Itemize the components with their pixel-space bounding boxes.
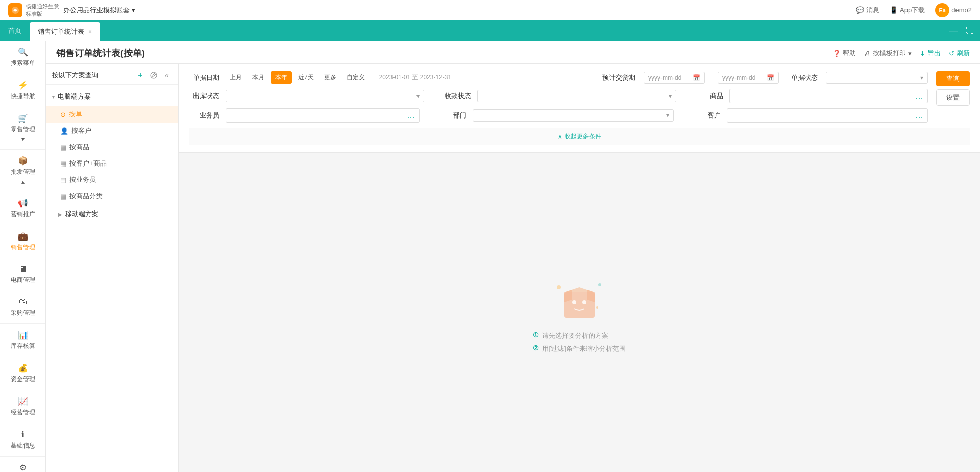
tree-item-by-product-category[interactable]: ▦ 按商品分类 xyxy=(46,188,178,204)
tab-bar: 首页 销售订单统计表 × — ⛶ xyxy=(0,20,980,41)
doc-status-dropdown-icon: ▾ xyxy=(920,74,923,81)
user-menu[interactable]: Ea demo2 xyxy=(935,3,972,17)
collapse-panel-button[interactable]: « xyxy=(162,70,172,80)
tab-minimize-button[interactable]: — xyxy=(947,25,960,37)
logo-text: 畅捷通好生意 标准版 xyxy=(26,3,59,17)
search-icon: 🔍 xyxy=(18,47,28,57)
customer-input[interactable]: … xyxy=(727,108,928,123)
tree-item-by-product[interactable]: ▦ 按商品 xyxy=(46,139,178,155)
period-btn-this-year[interactable]: 本年 xyxy=(271,71,292,84)
tree-item-by-customer-product[interactable]: ▦ 按客户+商品 xyxy=(46,155,178,172)
wholesale-icon: 📦 xyxy=(18,156,28,166)
period-btn-more[interactable]: 更多 xyxy=(320,72,340,83)
svg-point-3 xyxy=(572,300,576,304)
app-download-icon: 📱 xyxy=(890,6,898,14)
sidebar-ecommerce-label: 电商管理 xyxy=(11,276,35,285)
svg-point-1 xyxy=(151,72,157,78)
operations-icon: 📈 xyxy=(18,396,28,406)
sidebar-item-operations[interactable]: 📈 经营管理 xyxy=(0,390,45,423)
print-label: 按模板打印 xyxy=(873,49,906,58)
left-panel-actions: + « xyxy=(135,70,172,80)
date-start-input[interactable]: yyyy-mm-dd 📅 xyxy=(644,72,705,84)
period-btn-last-month[interactable]: 上月 xyxy=(226,72,246,83)
page-header: 销售订单统计表(按单) ❓ 帮助 🖨 按模板打印 ▾ ⬇ 导出 ↺ 刷新 xyxy=(46,41,980,64)
print-button[interactable]: 🖨 按模板打印 ▾ xyxy=(864,49,912,58)
refresh-icon: ↺ xyxy=(949,50,954,57)
svg-point-5 xyxy=(557,285,561,289)
message-icon: 💬 xyxy=(856,6,864,14)
collection-status-select[interactable]: ▾ xyxy=(477,90,676,102)
product-input[interactable]: … xyxy=(729,89,928,103)
basic-info-icon: ℹ xyxy=(21,430,24,439)
period-btn-last-7-days[interactable]: 近7天 xyxy=(294,72,318,83)
tree-group-pc[interactable]: ▾ 电脑端方案 xyxy=(46,89,178,104)
tab-home[interactable]: 首页 xyxy=(0,20,30,41)
help-button[interactable]: ❓ 帮助 xyxy=(832,49,856,58)
period-btn-this-month[interactable]: 本月 xyxy=(248,72,268,83)
app-download-button[interactable]: 📱 App下载 xyxy=(890,6,925,15)
department-select[interactable]: ▾ xyxy=(473,109,674,122)
page-title: 销售订单统计表(按单) xyxy=(56,47,145,59)
tree-group-mobile[interactable]: ▶ 移动端方案 xyxy=(46,206,178,222)
sidebar-item-retail[interactable]: 🛒 零售管理 ▾ xyxy=(0,107,45,150)
customer-more-icon[interactable]: … xyxy=(915,111,923,120)
sidebar-sales-label: 销售管理 xyxy=(11,243,35,252)
tab-sales-order-stats-label: 销售订单统计表 xyxy=(38,27,84,36)
sidebar-item-marketing[interactable]: 📢 营销推广 xyxy=(0,192,45,225)
date-end-input[interactable]: yyyy-mm-dd 📅 xyxy=(718,72,779,84)
tab-bar-actions: — ⛶ xyxy=(947,25,976,37)
query-button[interactable]: 查询 xyxy=(936,71,970,86)
product-more-icon[interactable]: … xyxy=(915,91,923,101)
sidebar-item-search[interactable]: 🔍 搜索菜单 xyxy=(0,41,45,74)
tab-sales-order-stats[interactable]: 销售订单统计表 × xyxy=(30,22,100,41)
date-range-display: 2023-01-01 至 2023-12-31 xyxy=(379,73,451,82)
ecommerce-icon: 🖥 xyxy=(19,265,27,274)
sidebar-item-wholesale[interactable]: 📦 批发管理 ▴ xyxy=(0,150,45,192)
tab-close-icon[interactable]: × xyxy=(88,28,92,35)
quick-nav-icon: ⚡ xyxy=(18,80,28,90)
tab-home-label: 首页 xyxy=(8,26,21,35)
tree-item-by-salesperson[interactable]: ▤ 按业务员 xyxy=(46,172,178,188)
add-scheme-button[interactable]: + xyxy=(135,70,145,80)
sidebar-item-sales[interactable]: 💼 销售管理 xyxy=(0,225,45,258)
hint-num-1: ① xyxy=(533,331,539,339)
sidebar-purchase-label: 采购管理 xyxy=(11,309,35,317)
empty-hint-2: ② 用[过滤]条件来缩小分析范围 xyxy=(533,344,625,353)
tree-item-by-customer[interactable]: 👤 按客户 xyxy=(46,123,178,139)
expected-delivery-label: 预计交货期 xyxy=(602,73,635,82)
tab-maximize-button[interactable]: ⛶ xyxy=(964,25,976,37)
calendar-icon: 📅 xyxy=(693,74,700,81)
sidebar-item-ecommerce[interactable]: 🖥 电商管理 xyxy=(0,258,45,291)
edit-scheme-button[interactable] xyxy=(149,70,159,80)
sidebar-item-finance[interactable]: 💰 资金管理 xyxy=(0,357,45,390)
refresh-button[interactable]: ↺ 刷新 xyxy=(949,49,970,58)
sidebar-item-quick-nav[interactable]: ⚡ 快捷导航 xyxy=(0,74,45,107)
sidebar-item-purchase[interactable]: 🛍 采购管理 xyxy=(0,291,45,324)
doc-status-select[interactable]: ▾ xyxy=(826,72,928,84)
sidebar-item-inventory[interactable]: 📊 库存核算 xyxy=(0,324,45,357)
workspace-selector[interactable]: 办公用品行业模拟账套 ▾ xyxy=(63,6,135,15)
collapse-filter-button[interactable]: ∧ 收起更多条件 xyxy=(189,128,970,145)
sidebar-basic-info-label: 基础信息 xyxy=(11,441,35,450)
salesperson-input[interactable]: … xyxy=(226,108,420,123)
empty-illustration xyxy=(549,272,610,323)
settings-button[interactable]: 设置 xyxy=(936,89,970,106)
filter-area: 单据日期 上月 本月 本年 近7天 更多 自定义 2023-01-01 至 20… xyxy=(179,64,980,153)
shipment-status-label: 出库状态 xyxy=(189,91,219,101)
tree-item-by-order[interactable]: ⊙ 按单 xyxy=(46,106,178,123)
salesperson-more-icon[interactable]: … xyxy=(407,111,415,120)
shipment-status-select[interactable]: ▾ xyxy=(226,90,424,102)
sidebar-item-system[interactable]: ⚙ 系统管理 xyxy=(0,457,45,472)
sidebar-marketing-label: 营销推广 xyxy=(11,210,35,219)
period-btn-custom[interactable]: 自定义 xyxy=(342,72,369,83)
date-start-placeholder: yyyy-mm-dd xyxy=(648,74,681,81)
app-download-label: App下载 xyxy=(900,6,925,15)
export-button[interactable]: ⬇ 导出 xyxy=(920,49,941,58)
sidebar-inventory-label: 库存核算 xyxy=(11,342,35,350)
sidebar-wholesale-label: 批发管理 xyxy=(11,168,35,176)
by-order-icon: ⊙ xyxy=(60,111,66,119)
department-label: 部门 xyxy=(436,111,467,120)
message-button[interactable]: 💬 消息 xyxy=(856,6,879,15)
sidebar-item-basic-info[interactable]: ℹ 基础信息 xyxy=(0,423,45,457)
empty-text: ① 请先选择要分析的方案 ② 用[过滤]条件来缩小分析范围 xyxy=(533,331,625,353)
